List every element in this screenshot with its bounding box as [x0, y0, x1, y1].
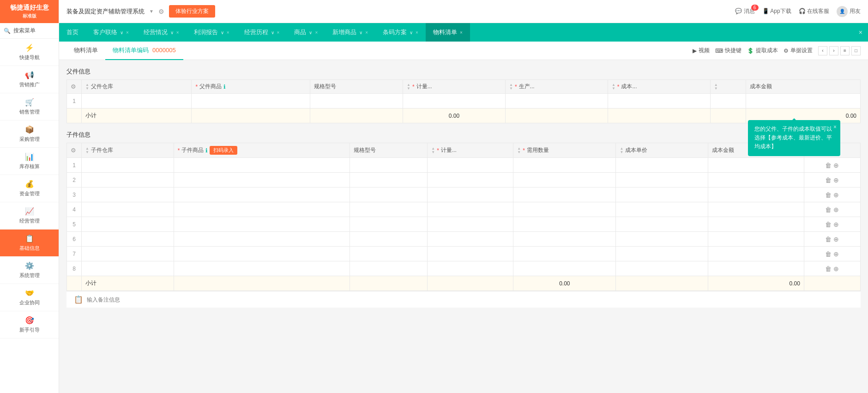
copy-icon-7[interactable]: ⊕ — [833, 250, 839, 258]
child-qty-8[interactable] — [513, 261, 616, 276]
child-unit-4[interactable] — [428, 202, 513, 217]
prod-sort[interactable]: ▲▼ — [509, 83, 513, 91]
empty-sort[interactable]: ▲▼ — [714, 83, 718, 91]
parent-product-1[interactable] — [192, 94, 310, 109]
nav-prev[interactable]: ‹ — [818, 46, 827, 55]
child-product-6[interactable] — [174, 232, 350, 247]
single-settings-action[interactable]: ⚙ 单据设置 — [784, 47, 813, 54]
online-service-item[interactable]: 🎧 在线客服 — [799, 7, 829, 15]
sidebar-item-basic[interactable]: 📋 基础信息 — [0, 230, 59, 257]
copy-icon-6[interactable]: ⊕ — [833, 236, 839, 243]
tab-profit-close[interactable]: × — [227, 30, 229, 35]
tab-barcode-close[interactable]: × — [416, 30, 418, 35]
delete-icon-6[interactable]: 🗑 — [825, 236, 832, 243]
child-warehouse-5[interactable] — [82, 217, 174, 232]
tab-home[interactable]: 首页 — [59, 23, 86, 42]
child-unit-7[interactable] — [428, 247, 513, 261]
child-unit-cost-8[interactable] — [616, 261, 708, 276]
tab-journey[interactable]: 经营历程 ∨ × — [237, 23, 287, 42]
copy-icon-2[interactable]: ⊕ — [833, 176, 839, 184]
child-spec-1[interactable] — [350, 158, 428, 173]
tab-barcode[interactable]: 条码方案 ∨ × — [375, 23, 426, 42]
delete-icon-4[interactable]: 🗑 — [825, 206, 832, 213]
child-qty-1[interactable] — [513, 158, 616, 173]
copy-icon-4[interactable]: ⊕ — [833, 206, 839, 213]
sort-icon[interactable]: ▲▼ — [85, 83, 89, 91]
child-cost-sort[interactable]: ▲▼ — [620, 147, 623, 154]
user-menu[interactable]: 👤 用友 — [837, 6, 861, 17]
shortcut-action[interactable]: ⌨ 快捷键 — [715, 47, 741, 54]
child-warehouse-7[interactable] — [82, 247, 174, 261]
child-qty-4[interactable] — [513, 202, 616, 217]
nav-next[interactable]: › — [829, 46, 838, 55]
sidebar-item-purchase[interactable]: 📦 采购管理 — [0, 121, 59, 148]
child-wh-sort[interactable]: ▲▼ — [85, 147, 89, 154]
sidebar-item-search[interactable]: 🔍 搜索菜单 — [0, 23, 59, 39]
child-warehouse-3[interactable] — [82, 187, 174, 202]
parent-warehouse-1[interactable] — [82, 94, 192, 109]
child-product-5[interactable] — [174, 217, 350, 232]
scan-button[interactable]: 扫码录入 — [210, 146, 237, 155]
child-warehouse-1[interactable] — [82, 158, 174, 173]
child-qty-5[interactable] — [513, 217, 616, 232]
copy-icon-1[interactable]: ⊕ — [833, 162, 839, 169]
sidebar-item-quick-nav[interactable]: ⚡ 快捷导航 — [0, 39, 59, 66]
child-unit-5[interactable] — [428, 217, 513, 232]
sidebar-item-inventory[interactable]: 📊 库存核算 — [0, 148, 59, 175]
delete-icon-3[interactable]: 🗑 — [825, 191, 832, 199]
sub-tab-bom-list[interactable]: 物料清单 — [66, 42, 105, 60]
child-warehouse-4[interactable] — [82, 202, 174, 217]
close-all-tabs[interactable]: × — [853, 29, 868, 36]
child-product-4[interactable] — [174, 202, 350, 217]
child-unit-cost-7[interactable] — [616, 247, 708, 261]
child-spec-4[interactable] — [350, 202, 428, 217]
child-unit-8[interactable] — [428, 261, 513, 276]
cost-sort[interactable]: ▲▼ — [612, 83, 615, 91]
parent-gear-btn[interactable]: ⚙ — [71, 83, 76, 90]
child-unit-cost-1[interactable] — [616, 158, 708, 173]
child-product-8[interactable] — [174, 261, 350, 276]
child-spec-7[interactable] — [350, 247, 428, 261]
tab-new-product-close[interactable]: × — [365, 30, 368, 35]
delete-icon-1[interactable]: 🗑 — [825, 162, 832, 169]
child-warehouse-2[interactable] — [82, 173, 174, 187]
tab-product-close[interactable]: × — [315, 30, 318, 35]
child-spec-5[interactable] — [350, 217, 428, 232]
delete-icon-5[interactable]: 🗑 — [825, 221, 832, 228]
delete-icon-2[interactable]: 🗑 — [825, 176, 832, 184]
message-item[interactable]: 💬 6 消息 — [735, 7, 754, 15]
tab-product[interactable]: 商品 ∨ × — [287, 23, 325, 42]
child-spec-8[interactable] — [350, 261, 428, 276]
nav-expand[interactable]: □ — [851, 46, 861, 55]
sidebar-item-sales[interactable]: 🛒 销售管理 — [0, 93, 59, 121]
child-unit-sort[interactable]: ▲▼ — [431, 147, 435, 154]
delete-icon-8[interactable]: 🗑 — [825, 265, 832, 272]
remark-input[interactable] — [87, 296, 179, 303]
app-download-item[interactable]: 📱 App下载 — [762, 7, 791, 15]
child-product-7[interactable] — [174, 247, 350, 261]
nav-menu[interactable]: ≡ — [840, 46, 850, 55]
tab-operations[interactable]: 经营情况 ∨ × — [136, 23, 187, 42]
tab-ops-close[interactable]: × — [176, 30, 179, 35]
parent-cost-1[interactable] — [608, 94, 710, 109]
child-spec-2[interactable] — [350, 173, 428, 187]
parent-spec-1[interactable] — [310, 94, 403, 109]
trial-button[interactable]: 体验行业方案 — [169, 5, 215, 18]
parent-unit-1[interactable] — [403, 94, 506, 109]
child-product-1[interactable] — [174, 158, 350, 173]
unit-sort[interactable]: ▲▼ — [407, 83, 410, 91]
tab-bom-close[interactable]: × — [460, 30, 463, 35]
tab-customer-close[interactable]: × — [126, 30, 129, 35]
child-spec-6[interactable] — [350, 232, 428, 247]
tab-bom[interactable]: 物料清单 × — [426, 23, 470, 42]
video-action[interactable]: ▶ 视频 — [693, 47, 710, 54]
sidebar-item-guide[interactable]: 🎯 新手引导 — [0, 311, 59, 339]
child-warehouse-6[interactable] — [82, 232, 174, 247]
child-product-3[interactable] — [174, 187, 350, 202]
tab-profit[interactable]: 利润报告 ∨ × — [187, 23, 237, 42]
child-qty-6[interactable] — [513, 232, 616, 247]
sidebar-item-finance[interactable]: 💰 资金管理 — [0, 175, 59, 202]
child-qty-7[interactable] — [513, 247, 616, 261]
child-unit-3[interactable] — [428, 187, 513, 202]
copy-icon-8[interactable]: ⊕ — [833, 265, 839, 272]
